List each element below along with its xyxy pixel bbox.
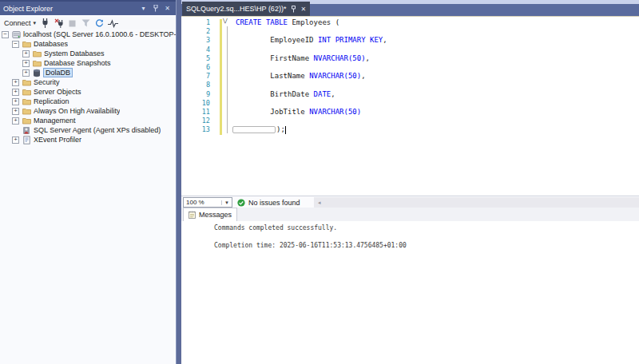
line-number-gutter[interactable]: 12345678910111213 xyxy=(181,18,210,134)
tree-item-databases[interactable]: −Databases xyxy=(0,39,176,49)
code-line: JobTitle NVARCHAR(50) xyxy=(236,108,639,117)
chevron-down-icon: ▾ xyxy=(34,20,37,26)
disconnect-plug-icon[interactable] xyxy=(53,18,65,29)
line-number[interactable]: 12 xyxy=(181,117,210,125)
line-number[interactable]: 11 xyxy=(181,108,210,117)
folder-icon xyxy=(22,40,31,49)
tree-item-database-snapshots[interactable]: +Database Snapshots xyxy=(0,58,176,68)
line-number[interactable]: 3 xyxy=(181,36,210,45)
change-tracking-bar xyxy=(220,19,222,135)
database-icon xyxy=(32,69,42,77)
line-number[interactable]: 4 xyxy=(181,46,210,54)
folder-icon xyxy=(22,97,31,106)
chevron-down-icon: ▼ xyxy=(221,200,232,205)
messages-icon xyxy=(189,211,196,219)
filter-icon[interactable] xyxy=(80,18,92,29)
collapse-icon[interactable]: − xyxy=(12,41,19,48)
message-line: Commands completed successfully. xyxy=(214,224,639,232)
zoom-dropdown[interactable]: 100 % ▼ xyxy=(183,197,232,208)
horizontal-scrollbar[interactable]: ◂ xyxy=(314,197,639,208)
tree-item-label: SQL Server Agent (Agent XPs disabled) xyxy=(34,126,161,134)
agent-icon xyxy=(22,126,31,135)
scroll-left-icon[interactable]: ◂ xyxy=(318,200,321,205)
tree-item-label: Security xyxy=(34,78,60,86)
ssms-window: Object Explorer ▾ ✕ Connect ▾ xyxy=(0,0,639,364)
activity-monitor-icon[interactable] xyxy=(107,18,119,29)
outline-guide-line xyxy=(227,26,228,133)
expand-icon[interactable]: + xyxy=(12,79,19,86)
expand-icon[interactable]: + xyxy=(12,89,19,96)
tree-item-label: localhost (SQL Server 16.0.1000.6 - DESK… xyxy=(23,30,176,38)
tree-item-system-databases[interactable]: +System Databases xyxy=(0,49,176,58)
document-area: SQLQuery2.sq...HES\HP (62))* ✕ 123456789… xyxy=(181,0,639,364)
tree-item-label: Database Snapshots xyxy=(44,59,111,67)
connect-button[interactable]: Connect ▾ xyxy=(2,19,38,27)
tree-item-localhost[interactable]: −localhost (SQL Server 16.0.1000.6 - DES… xyxy=(0,30,176,39)
line-number[interactable]: 6 xyxy=(181,63,210,72)
panel-splitter[interactable] xyxy=(176,0,181,364)
line-number[interactable]: 10 xyxy=(181,99,210,108)
expand-icon[interactable]: + xyxy=(12,98,19,105)
connect-plug-icon[interactable] xyxy=(39,18,51,29)
text-cursor xyxy=(285,126,286,134)
line-number[interactable]: 13 xyxy=(181,125,210,134)
code-line xyxy=(236,63,639,72)
line-number[interactable]: 7 xyxy=(181,72,210,81)
outline-collapse-icon[interactable]: ⋁ xyxy=(223,18,228,24)
expand-icon[interactable]: + xyxy=(12,108,19,115)
expand-icon[interactable]: + xyxy=(22,60,30,67)
tree-item-label: XEvent Profiler xyxy=(34,136,81,144)
line-number[interactable]: 2 xyxy=(181,27,210,36)
window-position-icon[interactable]: ▾ xyxy=(138,4,149,14)
folder-icon xyxy=(22,107,31,116)
folder-icon xyxy=(22,117,31,125)
pin-icon[interactable] xyxy=(291,6,296,13)
tree-item-xevent-profiler[interactable]: +XEvent Profiler xyxy=(0,135,176,144)
tree-item-sql-server-agent[interactable]: SQL Server Agent (Agent XPs disabled) xyxy=(0,125,176,135)
pin-icon[interactable] xyxy=(150,4,161,14)
messages-output: Commands completed successfully. Complet… xyxy=(181,221,639,364)
tree-item-replication[interactable]: +Replication xyxy=(0,97,176,106)
refresh-icon[interactable] xyxy=(93,18,105,29)
close-icon[interactable]: ✕ xyxy=(162,4,173,14)
query-tab[interactable]: SQLQuery2.sq...HES\HP (62))* ✕ xyxy=(182,2,310,16)
folder-icon xyxy=(22,88,31,97)
message-line: Completion time: 2025-06-16T11:53:13.475… xyxy=(214,241,639,250)
object-explorer-title: Object Explorer xyxy=(3,5,137,13)
code-line xyxy=(236,81,639,89)
expand-icon[interactable]: + xyxy=(12,117,19,125)
code-line: EmployeeID INT PRIMARY KEY, xyxy=(236,36,639,45)
tree-item-server-objects[interactable]: +Server Objects xyxy=(0,87,176,97)
tree-item-label: System Databases xyxy=(44,49,105,57)
zoom-value: 100 % xyxy=(184,199,221,206)
expand-icon[interactable]: + xyxy=(12,136,19,144)
expander-spacer xyxy=(12,127,19,134)
line-number[interactable]: 9 xyxy=(181,90,210,99)
tree-item-label: Management xyxy=(34,117,76,125)
editor-status-strip: 100 % ▼ No issues found ◂ xyxy=(181,196,639,208)
line-number[interactable]: 1 xyxy=(181,18,210,27)
close-icon[interactable]: ✕ xyxy=(300,6,306,13)
tree-item-always-on-high-availability[interactable]: +Always On High Availability xyxy=(0,106,176,116)
results-tab-row: Messages xyxy=(181,208,639,221)
tree-item-label: Replication xyxy=(34,97,69,105)
object-explorer-tree: −localhost (SQL Server 16.0.1000.6 - DES… xyxy=(0,30,176,364)
line-number[interactable]: 5 xyxy=(181,54,210,63)
stop-icon[interactable] xyxy=(66,18,78,29)
code-editor[interactable]: 12345678910111213 ⋁ CREATE TABLE Employe… xyxy=(181,16,639,196)
tab-messages[interactable]: Messages xyxy=(183,208,237,221)
health-indicator[interactable]: No issues found xyxy=(237,197,300,208)
server-icon xyxy=(11,30,21,39)
check-circle-icon xyxy=(237,199,245,207)
expand-icon[interactable]: + xyxy=(22,50,30,57)
tree-item-label: DolaDB xyxy=(43,68,73,77)
collapse-icon[interactable]: − xyxy=(2,31,9,38)
folder-icon xyxy=(22,78,31,87)
object-explorer-titlebar: Object Explorer ▾ ✕ xyxy=(0,0,176,15)
tree-item-doladb[interactable]: +DolaDB xyxy=(0,68,176,77)
line-number[interactable]: 8 xyxy=(181,81,210,89)
tree-item-management[interactable]: +Management xyxy=(0,116,176,125)
code-text[interactable]: CREATE TABLE Employees ( EmployeeID INT … xyxy=(236,18,639,134)
tree-item-security[interactable]: +Security xyxy=(0,77,176,87)
expand-icon[interactable]: + xyxy=(22,69,30,77)
